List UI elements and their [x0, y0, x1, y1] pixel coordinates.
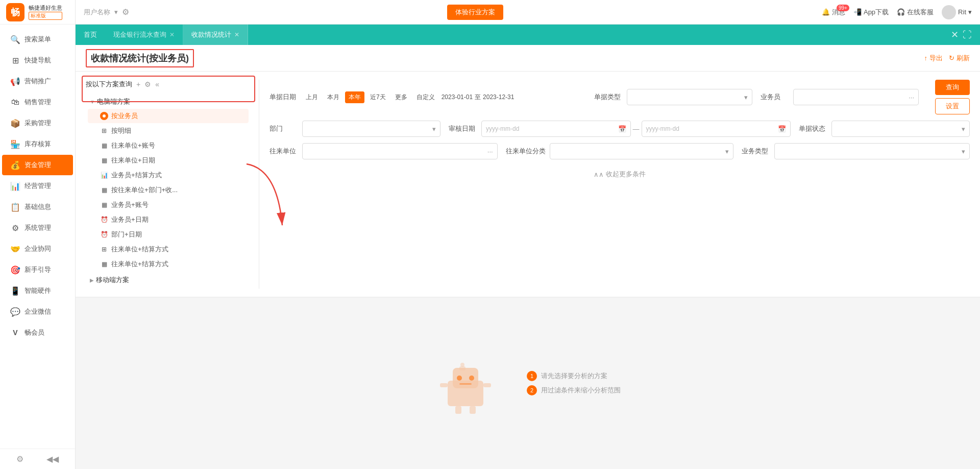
- sidebar-item-finance[interactable]: 💰 资金管理: [2, 155, 73, 175]
- collapse-conditions-button[interactable]: ∧∧ 收起更多条件: [270, 166, 970, 183]
- date-btn-custom[interactable]: 自定义: [413, 91, 438, 103]
- query-button[interactable]: 查询: [935, 80, 970, 95]
- sidebar-item-member[interactable]: V 畅会员: [2, 322, 73, 343]
- scheme-item-salesperson-settlement[interactable]: 📊 业务员+结算方式: [88, 168, 249, 182]
- scheme-group-desktop: ▼ 电脑端方案 按业务员 ⊞ 按明细: [86, 95, 251, 271]
- guide-icon: 🎯: [10, 265, 20, 275]
- date-btn-this-year[interactable]: 本年: [345, 91, 364, 103]
- calendar-icon: 📅: [618, 125, 626, 133]
- header-gear-icon[interactable]: ⚙: [122, 7, 129, 17]
- version-tag: 标准版: [29, 12, 62, 20]
- message-button[interactable]: 🔔 消息 99+: [822, 8, 845, 17]
- tab-close-all-icon[interactable]: ✕: [951, 29, 959, 40]
- member-icon: V: [10, 327, 20, 338]
- scheme-item-unit-settlement2[interactable]: ▦ 往来单位+结算方式: [88, 257, 249, 271]
- business-type-field: 业务类型 ▾: [742, 143, 970, 159]
- scheme-item-unit-date[interactable]: ▦ 往来单位+日期: [88, 153, 249, 168]
- sidebar-item-enterprise[interactable]: 🤝 企业协同: [2, 239, 73, 259]
- scheme-settings-icon[interactable]: ⚙: [144, 80, 151, 88]
- business-type-select[interactable]: ▾: [774, 143, 970, 159]
- page-title-actions: ↑ 导出 ↻ 刷新: [924, 54, 970, 63]
- scheme-item-by-detail[interactable]: ⊞ 按明细: [88, 124, 249, 138]
- tab-receipt[interactable]: 收款情况统计 ✕: [183, 25, 248, 45]
- scheme-add-icon[interactable]: +: [136, 80, 140, 88]
- scheme-group-desktop-header[interactable]: ▼ 电脑端方案: [86, 95, 251, 108]
- scheme-icon-grid2: ⊞: [100, 245, 108, 253]
- sidebar-item-label: 企业微信: [24, 307, 51, 316]
- collapse-sidebar-icon[interactable]: ◀◀: [46, 454, 59, 464]
- approval-end-input[interactable]: yyyy-mm-dd 📅: [642, 121, 791, 137]
- scheme-item-unit-account[interactable]: ▦ 往来单位+账号: [88, 138, 249, 153]
- scheme-panel: 按以下方案查询 + ⚙ «: [86, 80, 259, 289]
- date-btn-this-month[interactable]: 本月: [324, 91, 343, 103]
- user-avatar-area[interactable]: Rit ▾: [942, 5, 972, 19]
- service-icon: 🎧: [897, 8, 905, 16]
- export-button[interactable]: ↑ 导出: [924, 54, 943, 63]
- header-dropdown-icon[interactable]: ▾: [114, 8, 118, 16]
- svg-rect-5: [459, 383, 472, 385]
- header-breadcrumb: 用户名称: [84, 8, 110, 17]
- sidebar-item-inventory[interactable]: 🏪 库存核算: [2, 134, 73, 154]
- date-to-label: 至: [475, 93, 481, 102]
- online-service-button[interactable]: 🎧 在线客服: [897, 8, 934, 17]
- system-icon: ⚙: [10, 223, 20, 233]
- counterpart-category-select[interactable]: ▾: [550, 143, 734, 159]
- hint-steps: 1 请先选择要分析的方案 2 用过滤条件来缩小分析范围: [527, 371, 621, 395]
- scheme-item-by-salesperson[interactable]: 按业务员: [88, 109, 249, 123]
- sidebar-item-search[interactable]: 🔍 搜索菜单: [2, 29, 73, 50]
- sidebar-item-system[interactable]: ⚙ 系统管理: [2, 218, 73, 238]
- sidebar-item-hardware[interactable]: 📱 智能硬件: [2, 280, 73, 301]
- sidebar-item-label: 资金管理: [24, 160, 51, 170]
- refresh-button[interactable]: ↻ 刷新: [949, 54, 970, 63]
- export-label: 导出: [929, 54, 943, 63]
- tab-bank[interactable]: 现金银行流水查询 ✕: [105, 25, 183, 45]
- sidebar-item-guide[interactable]: 🎯 新手引导: [2, 260, 73, 280]
- salesperson-select[interactable]: ···: [793, 89, 919, 105]
- scheme-icon-table2: ▦: [100, 156, 108, 165]
- app-download-button[interactable]: 📲 App下载: [853, 8, 889, 17]
- sidebar-item-purchase[interactable]: 📦 采购管理: [2, 113, 73, 133]
- tab-expand-icon[interactable]: ⛶: [963, 30, 972, 40]
- wechat-icon: 💬: [10, 307, 20, 317]
- refresh-icon: ↻: [949, 54, 954, 62]
- date-btn-last-7-days[interactable]: 近7天: [366, 91, 389, 103]
- step-2-num: 2: [527, 385, 537, 395]
- dept-select-arrow: ▾: [432, 125, 436, 133]
- counterpart-more: ···: [487, 148, 493, 155]
- settings-button[interactable]: 设置: [935, 98, 970, 114]
- tab-home[interactable]: 首页: [76, 25, 105, 45]
- sidebar-item-basic[interactable]: 📋 基础信息: [2, 197, 73, 217]
- sidebar-item-quicknav[interactable]: ⊞ 快捷导航: [2, 50, 73, 71]
- trial-button[interactable]: 体验行业方案: [447, 5, 503, 20]
- export-icon: ↑: [924, 54, 928, 62]
- date-btn-last-month[interactable]: 上月: [302, 91, 322, 103]
- sidebar-item-operations[interactable]: 📊 经营管理: [2, 176, 73, 196]
- scheme-group-mobile-header[interactable]: ▶ 移动端方案: [86, 273, 251, 287]
- sidebar-item-wechat[interactable]: 💬 企业微信: [2, 301, 73, 322]
- scheme-item-salesperson-account[interactable]: ▦ 业务员+账号: [88, 198, 249, 212]
- sidebar-item-marketing[interactable]: 📢 营销推广: [2, 71, 73, 91]
- date-btn-more[interactable]: 更多: [391, 91, 411, 103]
- scheme-collapse-icon[interactable]: «: [155, 80, 159, 88]
- scheme-icon-table: ▦: [100, 142, 108, 150]
- settings-bottom-icon[interactable]: ⚙: [16, 454, 23, 464]
- counterpart-select[interactable]: ···: [302, 143, 498, 159]
- counterpart-category-label: 往来单位分类: [506, 147, 546, 156]
- doc-status-select[interactable]: ▾: [831, 121, 970, 137]
- scheme-icon-table5: ▦: [100, 260, 108, 268]
- step-1-num: 1: [527, 371, 537, 381]
- doc-type-select[interactable]: ▾: [627, 89, 752, 105]
- scheme-item-unit-settlement1[interactable]: ⊞ 往来单位+结算方式: [88, 242, 249, 256]
- data-area: 1 请先选择要分析的方案 2 用过滤条件来缩小分析范围: [76, 297, 980, 469]
- scheme-item-dept-date[interactable]: ⏰ 部门+日期: [88, 227, 249, 242]
- approval-start-input[interactable]: yyyy-mm-dd 📅: [481, 121, 631, 137]
- sidebar-item-sales[interactable]: 🛍 销售管理: [2, 92, 73, 112]
- bell-icon: 🔔: [822, 8, 830, 16]
- receipt-tab-close-icon[interactable]: ✕: [234, 31, 239, 38]
- operations-icon: 📊: [10, 181, 20, 191]
- scheme-item-unit-dept[interactable]: ▦ 按往来单位+部门+收...: [88, 183, 249, 197]
- filter-row-3: 往来单位 ··· 往来单位分类 ▾: [270, 143, 970, 159]
- bank-tab-close-icon[interactable]: ✕: [169, 31, 175, 38]
- scheme-item-salesperson-date[interactable]: ⏰ 业务员+日期: [88, 213, 249, 227]
- dept-select[interactable]: ▾: [302, 121, 440, 137]
